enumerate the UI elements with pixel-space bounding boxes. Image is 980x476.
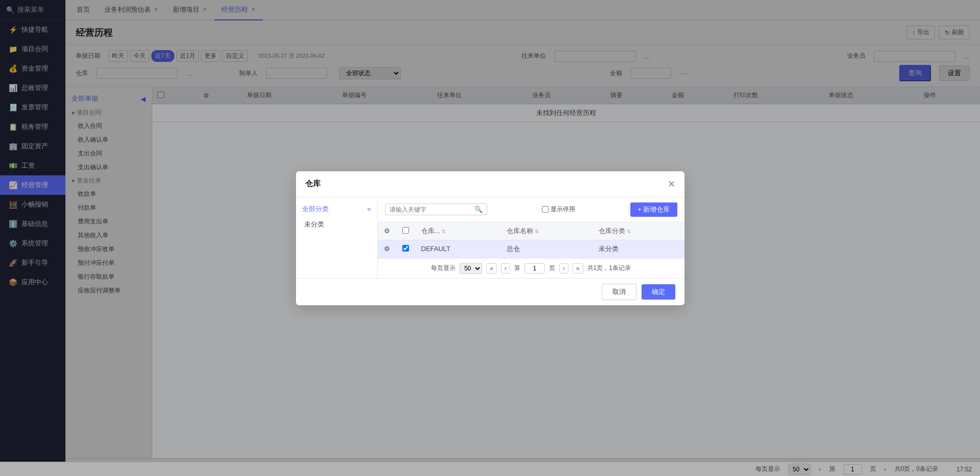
modal-per-page-label: 每页显示	[431, 264, 455, 273]
all-categories-label[interactable]: 全部分类	[302, 205, 329, 214]
sort-name-icon[interactable]: ⇅	[535, 229, 539, 234]
modal-confirm-button[interactable]: 确定	[642, 284, 675, 300]
show-disabled-checkbox[interactable]	[542, 206, 549, 213]
sort-category-icon[interactable]: ⇅	[627, 229, 631, 234]
modal-overlay: 仓库 ✕ 全部分类 « 未分类 🔍	[0, 0, 980, 476]
modal-left-panel: 全部分类 « 未分类	[296, 197, 378, 278]
modal-right-panel: 🔍 显示停用 + 新增仓库 ⚙	[378, 197, 685, 278]
row-name: 总仓	[500, 240, 592, 258]
modal-select-all[interactable]	[402, 227, 409, 234]
row-select-checkbox[interactable]	[402, 245, 409, 252]
modal-last-btn[interactable]: »	[573, 263, 583, 274]
modal-col-category: 仓库分类 ⇅	[592, 222, 685, 240]
modal-table: ⚙ 仓库... ⇅ 仓库名称 ⇅	[378, 222, 685, 258]
row-settings[interactable]: ⚙	[378, 240, 396, 258]
add-warehouse-button[interactable]: + 新增仓库	[630, 202, 677, 217]
modal-first-btn[interactable]: «	[486, 263, 497, 274]
modal-col-checkbox[interactable]	[396, 222, 415, 240]
table-row[interactable]: ⚙ DEFAULT 总仓 未分类	[378, 240, 685, 258]
modal-search-icon: 🔍	[474, 206, 483, 213]
modal-page-suffix: 页	[549, 264, 555, 273]
warehouse-modal: 仓库 ✕ 全部分类 « 未分类 🔍	[296, 171, 685, 305]
modal-cancel-button[interactable]: 取消	[602, 284, 636, 300]
row-category: 未分类	[592, 240, 685, 258]
modal-col-code: 仓库... ⇅	[415, 222, 500, 240]
modal-page-input[interactable]	[525, 263, 545, 274]
left-collapse-icon[interactable]: «	[367, 205, 371, 213]
modal-per-page-select[interactable]: 50	[460, 263, 482, 274]
modal-page-prefix: 算	[514, 264, 520, 273]
modal-header: 仓库 ✕	[296, 171, 685, 197]
modal-col-settings[interactable]: ⚙	[378, 222, 396, 240]
modal-table-wrap: ⚙ 仓库... ⇅ 仓库名称 ⇅	[378, 222, 685, 258]
row-checkbox[interactable]	[396, 240, 415, 258]
modal-search-input[interactable]	[390, 206, 471, 213]
row-code: DEFAULT	[415, 240, 500, 258]
modal-footer-actions: 取消 确定	[296, 278, 685, 305]
modal-left-uncategorized[interactable]: 未分类	[296, 217, 377, 232]
show-disabled-label[interactable]: 显示停用	[542, 205, 575, 214]
modal-pagination: 每页显示 50 « ‹ 算 页 › » 共1页，1条记录	[378, 258, 685, 278]
modal-total-label: 共1页，1条记录	[587, 264, 631, 273]
modal-next-btn[interactable]: ›	[559, 263, 568, 274]
modal-toolbar: 🔍 显示停用 + 新增仓库	[378, 197, 685, 222]
modal-left-header: 全部分类 «	[296, 201, 377, 217]
sort-code-icon[interactable]: ⇅	[442, 229, 446, 234]
modal-close-button[interactable]: ✕	[668, 178, 675, 190]
modal-body: 全部分类 « 未分类 🔍 显示停用 + 新增仓库	[296, 197, 685, 278]
modal-prev-btn[interactable]: ‹	[501, 263, 510, 274]
modal-col-name: 仓库名称 ⇅	[500, 222, 592, 240]
modal-search-wrap: 🔍	[385, 203, 487, 215]
modal-title: 仓库	[305, 179, 321, 189]
